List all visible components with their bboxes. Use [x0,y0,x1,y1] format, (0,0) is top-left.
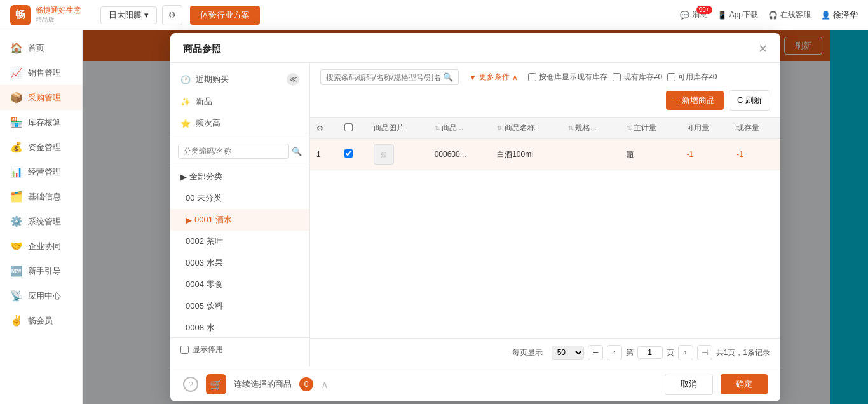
sidebar-item-member[interactable]: ✌️ 畅会员 [0,308,82,333]
sidebar-label-inventory: 库存核算 [28,117,61,128]
col-checkbox[interactable] [338,118,367,139]
usable-stock-checkbox[interactable] [667,73,675,81]
operations-icon: 📊 [10,166,23,178]
search-icon[interactable]: 🔍 [292,147,302,156]
sales-icon: 📈 [10,67,23,79]
category-item-0003[interactable]: 0003 水果 [170,252,309,274]
cancel-button[interactable]: 取消 [665,374,713,395]
sidebar-item-apps[interactable]: 📡 应用中心 [0,283,82,308]
recent-purchase-item[interactable]: 🕐 近期购买 ≪ [170,68,309,91]
settings-button[interactable]: ⚙ [162,5,182,25]
category-item-0005[interactable]: 0005 饮料 [170,295,309,317]
all-categories-item[interactable]: ▶ 全部分类 [170,166,309,187]
table-row[interactable]: 1 🖼 000600... 白酒100ml 瓶 [310,139,780,170]
warehouse-stock-checkbox-label[interactable]: 按仓库显示现有库存 [528,72,607,83]
available-stock-checkbox-label[interactable]: 现有库存≠0 [613,72,662,83]
page-unit: 页 [667,347,674,358]
select-all-checkbox[interactable] [344,123,353,131]
sidebar-label-finance: 资金管理 [28,142,61,153]
sidebar-label-system: 系统管理 [28,216,61,227]
sidebar-item-sales[interactable]: 📈 销售管理 [0,60,82,85]
sort-name-icon: ⇅ [497,125,502,131]
recent-purchase-label: 近期购买 [196,74,229,85]
show-disabled-label: 显示停用 [193,344,223,355]
sidebar-item-purchase[interactable]: 📦 采购管理 [0,85,82,110]
sidebar-item-home[interactable]: 🏠 首页 [0,36,82,60]
col-spec[interactable]: ⇅ 规格... [562,118,620,139]
pagination: 每页显示 50 20 100 ⊢ ‹ 第 页 › [310,338,780,367]
more-filter-button[interactable]: ▼ 更多条件 ∧ [464,69,523,85]
refresh-button[interactable]: C 刷新 [729,90,770,111]
row-image: 🖼 [367,139,428,170]
usable-stock-label: 可用库存≠0 [678,72,717,83]
product-reference-modal: 商品参照 ✕ 🕐 近期购买 ≪ ✨ 新品 [170,33,780,401]
row-select-checkbox[interactable] [344,149,353,158]
category-list: ▶ 全部分类 00 未分类 ▶ 0001 酒水 0002 茶 [170,163,309,337]
category-item-0004[interactable]: 0004 零食 [170,274,309,295]
usable-stock-checkbox-label[interactable]: 可用库存≠0 [667,72,717,83]
category-search-input[interactable] [178,144,289,159]
expand-icon: ▶ [180,172,187,182]
category-item-00[interactable]: 00 未分类 [170,187,309,209]
company-dropdown[interactable]: 日太阳膜 ▾ [100,6,157,24]
per-page-select[interactable]: 50 20 100 [552,346,584,360]
page-number-input[interactable] [637,346,663,359]
customer-service-button[interactable]: 🎧 在线客服 [768,10,811,20]
row-checkbox[interactable] [338,139,367,170]
modal-title: 商品参照 [183,43,221,55]
warehouse-stock-checkbox[interactable] [528,73,536,81]
sidebar-item-inventory[interactable]: 🏪 库存核算 [0,110,82,135]
first-page-button[interactable]: ⊢ [588,345,603,360]
messages-button[interactable]: 💬 消息 99+ [680,10,707,20]
sort-spec-icon: ⇅ [568,125,573,131]
category-label-00: 00 未分类 [186,192,222,204]
chevron-down-icon: ▾ [144,10,149,20]
col-available-label: 可用量 [686,123,709,132]
app-icon: 📱 [717,11,727,20]
prev-page-button[interactable]: ‹ [607,345,622,360]
frequent-item[interactable]: ⭐ 频次高 [170,112,309,134]
collapse-left-button[interactable]: ≪ [287,73,299,86]
modal-close-button[interactable]: ✕ [758,42,768,56]
col-name[interactable]: ⇅ 商品名称 [491,118,562,139]
try-button[interactable]: 体验行业方案 [190,6,260,25]
next-page-button[interactable]: › [678,345,693,360]
add-product-button[interactable]: + 新增商品 [666,91,724,110]
main-layout: 🏠 首页 📈 销售管理 📦 采购管理 🏪 库存核算 💰 资金管理 📊 经营管理 … [0,30,868,404]
help-button[interactable]: ? [183,377,198,392]
collapse-footer-icon[interactable]: ∧ [321,379,329,391]
modal-footer: ? 🛒 连续选择的商品 0 ∧ 取消 确定 [170,367,780,401]
col-available: 可用量 [680,118,730,139]
row-unit: 瓶 [620,139,681,170]
collapse-filter-icon: ∧ [512,73,518,82]
sidebar-item-finance[interactable]: 💰 资金管理 [0,135,82,159]
user-menu[interactable]: 👤 徐泽华 [821,10,858,21]
app-download-button[interactable]: 📱 App下载 [717,10,758,20]
col-spec-label: 规格... [575,123,597,132]
category-item-0008[interactable]: 0008 水 [170,317,309,337]
search-product-icon[interactable]: 🔍 [443,72,453,82]
sidebar-item-enterprise[interactable]: 🤝 企业协同 [0,234,82,259]
service-label: 在线客服 [780,10,811,20]
last-page-button[interactable]: ⊣ [697,345,712,360]
product-table: ⚙ 商品图片 ⇅ 商品... ⇅ 商品名称 ⇅ 规格... ⇅ 主计量 可用量 [310,118,780,170]
col-code[interactable]: ⇅ 商品... [428,118,491,139]
active-arrow-icon: ▶ [186,215,192,225]
sidebar-item-system[interactable]: ⚙️ 系统管理 [0,209,82,234]
sort-unit-icon: ⇅ [627,125,632,131]
product-image: 🖼 [374,144,394,165]
col-unit[interactable]: ⇅ 主计量 [620,118,681,139]
sidebar-item-basics[interactable]: 🗂️ 基础信息 [0,184,82,209]
show-disabled-checkbox[interactable] [180,346,189,354]
total-info: 共1页，1条记录 [716,347,770,358]
sidebar-item-guide[interactable]: 🆕 新手引导 [0,259,82,283]
category-item-0002[interactable]: 0002 茶叶 [170,231,309,252]
category-item-0001[interactable]: ▶ 0001 酒水 [170,209,309,231]
col-settings[interactable]: ⚙ [310,118,338,139]
sidebar-item-operations[interactable]: 📊 经营管理 [0,159,82,184]
product-search-input[interactable] [326,73,440,82]
available-stock-checkbox[interactable] [613,73,621,81]
confirm-button[interactable]: 确定 [721,374,768,394]
divider [170,137,309,137]
new-products-item[interactable]: ✨ 新品 [170,91,309,112]
